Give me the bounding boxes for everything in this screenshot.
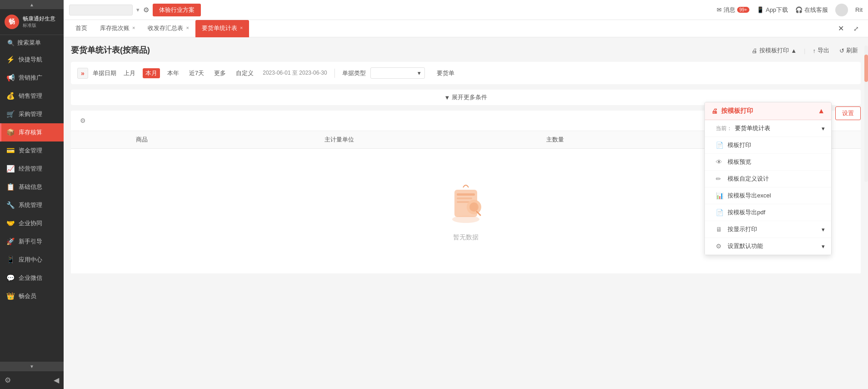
print-dropdown-item-label: 模板预览 — [728, 158, 751, 166]
tabs-expand-button[interactable]: ⤢ — [850, 22, 863, 35]
sidebar-item-基础信息[interactable]: 📋 基础信息 — [0, 178, 64, 196]
wechat-icon: 💬 — [6, 273, 15, 283]
refresh-button[interactable]: ↺ 刷新 — [837, 45, 861, 56]
topbar-search-input[interactable] — [69, 5, 133, 15]
collab-icon: 🤝 — [6, 219, 15, 228]
topbar-settings-icon[interactable]: ⚙ — [143, 6, 149, 14]
template-print-icon: 📄 — [716, 141, 723, 149]
filter-divider — [334, 69, 335, 78]
sidebar-scroll-down[interactable]: ▼ — [0, 362, 64, 371]
expand-more-button[interactable]: ▼ 展开更多条件 — [444, 93, 488, 101]
print-dropdown-item-模板打印[interactable]: 📄 模板打印 — [705, 137, 831, 154]
type-select[interactable]: ▾ — [370, 67, 425, 79]
message-icon: ✉ — [717, 6, 722, 13]
sidebar-search[interactable]: 🔍 搜索菜单 — [0, 35, 64, 51]
tabs-close-button[interactable]: ✕ — [834, 22, 847, 35]
sidebar-item-label: 经营管理 — [19, 165, 42, 173]
date-current-month-btn[interactable]: 本月 — [143, 68, 160, 78]
group-left: 🖥 按显示打印 — [716, 225, 757, 233]
print-dropdown-item-模板自定义[interactable]: ✏ 模板自定义设计 — [705, 171, 831, 187]
sidebar-item-label: 基础信息 — [19, 183, 42, 191]
sidebar-item-销售管理[interactable]: 💰 销售管理 — [0, 87, 64, 105]
filter-expand-button[interactable]: » — [77, 68, 88, 79]
current-chevron-icon: ▾ — [822, 125, 825, 132]
date-custom-btn[interactable]: 自定义 — [233, 68, 256, 78]
svg-rect-2 — [457, 193, 475, 196]
sidebar-settings-icon[interactable]: ⚙ — [5, 376, 11, 384]
printer-icon: 🖨 — [752, 47, 758, 54]
sidebar-item-资金管理[interactable]: 💳 资金管理 — [0, 141, 64, 160]
type-filter-label: 单据类型 — [342, 69, 366, 77]
topbar: ▾ ⚙ 体验行业方案 ✉ 消息 99+ 📱 App下载 🎧 在线客服 Rit — [64, 0, 868, 20]
sidebar-item-库存核算[interactable]: 📦 库存核算 — [0, 123, 64, 141]
sidebar-item-企业协同[interactable]: 🤝 企业协同 — [0, 214, 64, 232]
tab-home[interactable]: 首页 — [69, 20, 94, 37]
topbar-chevron-icon[interactable]: ▾ — [136, 6, 140, 13]
online-service-label: 在线客服 — [804, 6, 828, 14]
print-dropdown-item-label: 模板打印 — [728, 141, 751, 149]
settings-right-button[interactable]: 设置 — [835, 106, 861, 120]
print-template-button[interactable]: 🖨 按模板打印 ▲ — [749, 45, 799, 56]
preview-icon: 👁 — [716, 158, 723, 166]
tab-close-icon[interactable]: × — [132, 25, 135, 30]
refresh-icon: ↺ — [839, 47, 844, 54]
display-print-icon: 🖥 — [716, 226, 723, 233]
tab-inventory-batch[interactable]: 库存批次账 × — [94, 20, 141, 37]
sidebar-item-快捷导航[interactable]: ⚡ 快捷导航 — [0, 51, 64, 69]
tab-close-icon[interactable]: × — [240, 25, 243, 30]
export-button[interactable]: ↑ 导出 — [810, 45, 833, 56]
print-dropdown-item-label: 按模板导出excel — [728, 192, 771, 200]
date-more-btn[interactable]: 更多 — [211, 68, 229, 78]
svg-point-6 — [469, 202, 479, 212]
sidebar-item-label: 企业协同 — [19, 219, 42, 227]
messages-badge: 99+ — [737, 7, 749, 13]
tab-close-icon[interactable]: × — [186, 25, 189, 30]
print-dropdown-item-导出pdf[interactable]: 📄 按模板导出pdf — [705, 204, 831, 221]
print-dropdown-item-导出excel[interactable]: 📊 按模板导出excel — [705, 187, 831, 204]
col-quantity: 主数量 — [466, 131, 645, 149]
app-name-block: 畅康通好生意 标准版 — [23, 15, 55, 29]
app-logo-icon: 畅 — [5, 15, 19, 29]
tab-receipt-summary[interactable]: 收发存汇总表 × — [141, 20, 195, 37]
sidebar-scroll-up[interactable]: ▲ — [0, 0, 64, 9]
date-current-year-btn[interactable]: 本年 — [165, 68, 182, 78]
expand-more-icon: ▼ — [444, 94, 450, 101]
print-dropdown-item-模板预览[interactable]: 👁 模板预览 — [705, 154, 831, 171]
date-prev-month-btn[interactable]: 上月 — [121, 68, 138, 78]
sidebar-item-采购管理[interactable]: 🛒 采购管理 — [0, 105, 64, 123]
sidebar-item-经营管理[interactable]: 📈 经营管理 — [0, 160, 64, 178]
print-dropdown-group-设置默认[interactable]: ⚙ 设置默认功能 ▾ — [705, 238, 831, 255]
print-dropdown-header[interactable]: 🖨 按模板打印 ▲ — [705, 102, 831, 120]
sidebar-nav: ⚡ 快捷导航 📢 营销推广 💰 销售管理 🛒 采购管理 📦 库存核算 💳 资金管… — [0, 51, 64, 362]
expand-icon: » — [81, 70, 85, 77]
trial-button[interactable]: 体验行业方案 — [153, 4, 201, 16]
date-7days-btn[interactable]: 近7天 — [186, 68, 207, 78]
sidebar-item-label: 新手引导 — [19, 237, 42, 246]
print-dropdown-group-按显示打印[interactable]: 🖥 按显示打印 ▾ — [705, 221, 831, 238]
table-settings-button[interactable]: ⚙ — [76, 114, 89, 127]
print-dropdown-collapse-icon[interactable]: ▲ — [818, 107, 825, 115]
sidebar-item-企业微信[interactable]: 💬 企业微信 — [0, 269, 64, 287]
print-dropdown-current[interactable]: 当前： 要货单统计表 ▾ — [705, 120, 831, 137]
page-actions: 🖨 按模板打印 ▲ | ↑ 导出 ↺ 刷新 — [749, 45, 861, 56]
scrollbar-thumb — [864, 55, 868, 82]
sidebar-collapse-icon[interactable]: ◀ — [54, 376, 59, 384]
sidebar-search-label: 搜索菜单 — [17, 39, 41, 47]
online-service-item[interactable]: 🎧 在线客服 — [795, 6, 828, 14]
sidebar-item-营销推广[interactable]: 📢 营销推广 — [0, 69, 64, 87]
sidebar-item-label: 应用中心 — [19, 256, 42, 264]
right-scrollbar[interactable] — [864, 45, 868, 182]
tabs-bar: 首页 库存批次账 × 收发存汇总表 × 要货单统计表 × ✕ ⤢ — [64, 20, 868, 37]
app-download-item[interactable]: 📱 App下载 — [757, 6, 788, 14]
sidebar-item-新手引导[interactable]: 🚀 新手引导 — [0, 232, 64, 251]
sidebar-item-应用中心[interactable]: 📱 应用中心 — [0, 251, 64, 269]
empty-state-icon — [443, 181, 489, 226]
tab-order-stats[interactable]: 要货单统计表 × — [195, 20, 249, 37]
sidebar-item-label: 畅会员 — [19, 292, 36, 300]
user-avatar[interactable] — [835, 4, 848, 16]
messages-item[interactable]: ✉ 消息 99+ — [717, 6, 749, 14]
sidebar-item-系统管理[interactable]: 🔧 系统管理 — [0, 196, 64, 214]
member-icon: 👑 — [6, 292, 15, 301]
print-dropdown-header-left: 🖨 按模板打印 — [711, 107, 753, 115]
sidebar-item-畅会员[interactable]: 👑 畅会员 — [0, 287, 64, 305]
